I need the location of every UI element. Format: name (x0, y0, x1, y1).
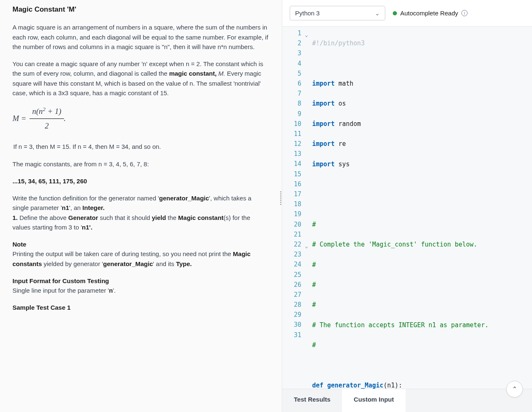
problem-panel: Magic Constant 'M' A magic square is an … (0, 0, 282, 412)
status-dot-icon (393, 11, 397, 15)
problem-text: The magic constants, are from n = 3, 4, … (12, 159, 269, 169)
input-format: Input Format for Custom Testing Single l… (12, 276, 269, 296)
fold-icon[interactable]: ⌄ (305, 30, 308, 40)
fold-icon[interactable]: ⌄ (305, 241, 308, 251)
editor-panel: Python 3 ⌄ Autocomplete Ready i 1⌄ 2 3 4… (282, 0, 532, 412)
problem-text: You can create a magic square of any num… (12, 59, 269, 98)
code-area[interactable]: #!/bin/python3 import math import os imp… (306, 27, 532, 389)
problem-text: ...15, 34, 65, 111, 175, 260 (12, 176, 269, 186)
chevron-up-icon: ⌃ (512, 385, 517, 393)
info-icon[interactable]: i (461, 10, 468, 16)
chevron-down-icon: ⌄ (375, 10, 380, 17)
editor-toolbar: Python 3 ⌄ Autocomplete Ready i (282, 0, 532, 27)
code-editor[interactable]: 1⌄ 2 3 4 5 6 7 8 9 10 11 12 13 14 15 16 … (282, 27, 532, 389)
language-select[interactable]: Python 3 ⌄ (290, 6, 385, 20)
bottom-tabs: Test Results Custom Input ⌃ (282, 389, 532, 412)
problem-text: Write the function definition for the ge… (12, 193, 269, 232)
expand-button[interactable]: ⌃ (506, 381, 523, 397)
tab-test-results[interactable]: Test Results (282, 389, 342, 412)
line-gutter: 1⌄ 2 3 4 5 6 7 8 9 10 11 12 13 14 15 16 … (282, 27, 306, 389)
problem-text: If n = 3, then M = 15. If n = 4, then M … (13, 142, 269, 151)
splitter-handle[interactable] (279, 191, 282, 208)
problem-text: A magic square is an arrangement of numb… (12, 22, 269, 52)
autocomplete-status: Autocomplete Ready i (393, 10, 468, 17)
problem-note: Note Printing the output will be taken c… (12, 239, 269, 269)
formula: M = n(n2 + 1) 2 . (12, 105, 269, 132)
problem-title: Magic Constant 'M' (12, 4, 269, 15)
tab-custom-input[interactable]: Custom Input (342, 389, 406, 412)
sample-heading: Sample Test Case 1 (12, 303, 269, 312)
